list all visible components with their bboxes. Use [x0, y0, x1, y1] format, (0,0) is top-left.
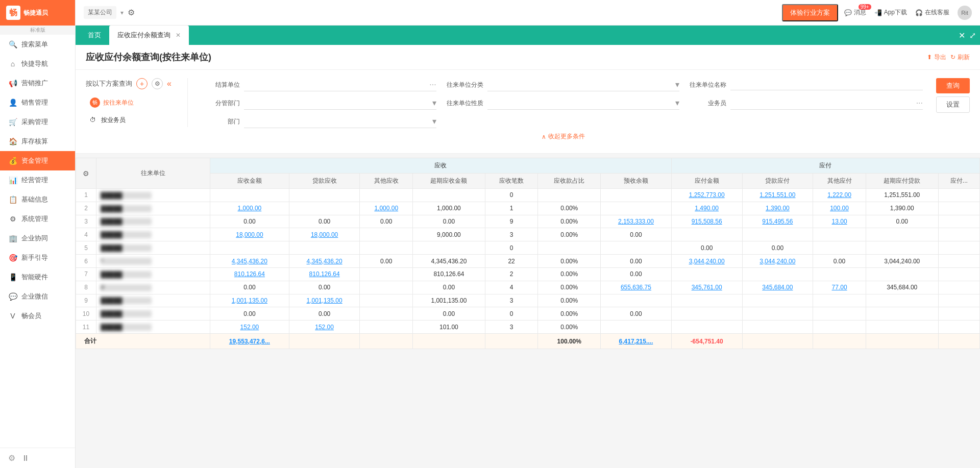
footer-ar-total[interactable]: 19,553,472,6... [210, 334, 289, 349]
refresh-button[interactable]: ↻ 刷新 [950, 53, 970, 62]
tab-close-icon[interactable]: ✕ [176, 32, 181, 39]
partner-cell: █████ [96, 294, 210, 307]
partner-cell: █████ [96, 189, 210, 202]
dept-input[interactable] [244, 100, 432, 107]
filter-collapse-button[interactable]: ∧ 收起更多条件 [198, 128, 928, 145]
salesman-input[interactable] [730, 100, 916, 107]
sidebar-item-wechat[interactable]: 💬 企业微信 [0, 287, 75, 306]
sidebar-item-system[interactable]: ⚙ 系统管理 [0, 209, 75, 229]
tab-minimize-icon[interactable]: ✕ [959, 31, 965, 40]
page-header: 应收应付余额查询(按往来单位) ⬆ 导出 ↻ 刷新 [76, 45, 980, 70]
partner-cell: ^ [96, 255, 210, 268]
filter-area: 按以下方案查询 + ⚙ « 畅 按往来单位 ⏱ 按业务员 [76, 70, 980, 154]
ar-loan-header: 贷款应收 [289, 174, 360, 189]
sidebar-logo: 畅 畅捷通贝 [0, 0, 75, 26]
topbar-gear-icon[interactable]: ⚙ [128, 8, 135, 17]
settlement-input[interactable] [244, 81, 429, 88]
partner-name-input[interactable] [730, 81, 923, 88]
filter-col-settlement: 结算单位 ··· [198, 78, 442, 91]
tab-home[interactable]: 首页 [80, 26, 109, 45]
operations-icon: 📊 [8, 176, 17, 185]
footer-prepay[interactable]: 6,417,215.... [601, 334, 672, 349]
sidebar-item-sales[interactable]: 👤 销售管理 [0, 93, 75, 112]
sidebar-item-guide[interactable]: 🎯 新手引导 [0, 248, 75, 267]
filter-collapse-icon[interactable]: « [167, 79, 172, 88]
settings-button[interactable]: 设置 [936, 96, 970, 113]
settlement-dots-icon[interactable]: ··· [429, 80, 436, 89]
page-actions: ⬆ 导出 ↻ 刷新 [927, 53, 970, 62]
partner-nature-arrow-icon[interactable]: ▾ [675, 98, 679, 108]
online-support-label: 在线客服 [925, 8, 949, 17]
export-icon: ⬆ [927, 54, 932, 61]
logo-text: 畅捷通贝 [23, 9, 48, 16]
promo-button[interactable]: 体验行业方案 [782, 4, 838, 21]
dept-arrow-icon[interactable]: ▾ [432, 98, 436, 108]
sidebar-item-smart-hw[interactable]: 📱 智能硬件 [0, 267, 75, 287]
sidebar: 畅 畅捷通贝 标准版 🔍 搜索菜单 ⌂ 快捷导航 📢 营销推广 👤 销售管理 🛒… [0, 0, 76, 468]
filter-col-empty-2 [684, 115, 928, 128]
partner-category-input[interactable] [487, 81, 676, 88]
sidebar-collapse-icon[interactable]: ⏸ [21, 454, 30, 463]
enterprise-icon: 🏢 [8, 234, 17, 243]
table-settings-icon[interactable]: ⚙ [83, 169, 89, 178]
partner-header: 往来单位 [96, 158, 210, 189]
sidebar-item-label: 企业微信 [21, 292, 48, 301]
department-input[interactable] [244, 118, 432, 125]
logo-icon: 畅 [6, 6, 20, 20]
partner-category-arrow-icon[interactable]: ▾ [675, 80, 679, 89]
sidebar-item-search-menu[interactable]: 🔍 搜索菜单 [0, 35, 75, 54]
app-download-label: App下载 [884, 8, 907, 17]
avatar[interactable]: Rit [958, 6, 972, 20]
footer-ar-count [485, 334, 538, 349]
chevron-up-icon: ∧ [542, 133, 546, 140]
footer-label: 合计 [76, 334, 210, 349]
filter-settings-icon[interactable]: ⚙ [152, 78, 163, 89]
marketing-icon: 📢 [8, 79, 17, 88]
sidebar-item-enterprise[interactable]: 🏢 企业协同 [0, 229, 75, 248]
company-name: 某某公司 [84, 6, 116, 19]
sidebar-item-label: 营销推广 [21, 79, 48, 88]
collapse-label: 收起更多条件 [548, 132, 585, 141]
footer-ap-other [813, 334, 866, 349]
partner-nature-input[interactable] [487, 100, 676, 107]
department-arrow-icon[interactable]: ▾ [432, 116, 436, 126]
query-button[interactable]: 查询 [936, 78, 970, 93]
sidebar-item-label: 快捷导航 [21, 59, 48, 68]
scheme-by-unit[interactable]: 畅 按往来单位 [86, 95, 177, 110]
tab-maximize-icon[interactable]: ⤢ [969, 31, 976, 40]
salesman-dots-icon[interactable]: ··· [916, 98, 923, 108]
messages-button[interactable]: 💬 消息 99+ [844, 8, 866, 17]
filter-col-partner-category: 往来单位分类 ▾ [442, 78, 685, 91]
table-row: 8P0.000.000.0040.00%655,636.75345,761.00… [76, 281, 980, 294]
sidebar-item-purchase[interactable]: 🛒 采购管理 [0, 112, 75, 132]
sidebar-item-basic-info[interactable]: 📋 基础信息 [0, 190, 75, 209]
sidebar-item-finance[interactable]: 💰 资金管理 [0, 151, 75, 170]
export-button[interactable]: ⬆ 导出 [927, 53, 946, 62]
footer-ar-loan [289, 334, 360, 349]
ap-amount-header: 应付金额 [671, 174, 742, 189]
footer-ap-loan [742, 334, 813, 349]
table-row: 10█████0.000.000.0000.00%0.00 [76, 307, 980, 321]
online-support-button[interactable]: 🎧 在线客服 [915, 8, 949, 17]
data-table: ⚙ 往来单位 应收 应付 应收金额 贷款应 [76, 158, 980, 349]
tab-ar-ap-query[interactable]: 应收应付余额查询 ✕ [109, 26, 189, 45]
search-menu-icon: 🔍 [8, 40, 17, 49]
prepay-header: 预收余额 [601, 174, 672, 189]
sidebar-item-vip[interactable]: V 畅会员 [0, 306, 75, 326]
table-row: 5█████00.000.00 [76, 241, 980, 255]
sidebar-item-label: 销售管理 [21, 98, 48, 107]
wechat-icon: 💬 [8, 292, 17, 301]
sidebar-settings-icon[interactable]: ⚙ [8, 453, 15, 463]
sidebar-item-inventory[interactable]: 🏠 库存核算 [0, 132, 75, 151]
app-download-button[interactable]: 📲 App下载 [874, 8, 907, 17]
partner-cell: █████ [96, 321, 210, 334]
scheme-by-staff[interactable]: ⏱ 按业务员 [86, 113, 177, 127]
partner-name-label: 往来单位名称 [690, 81, 726, 89]
filter-add-button[interactable]: + [136, 78, 148, 89]
sidebar-item-marketing[interactable]: 📢 营销推广 [0, 73, 75, 93]
partner-category-label: 往来单位分类 [447, 81, 483, 89]
sidebar-item-operations[interactable]: 📊 经营管理 [0, 170, 75, 190]
table-area: ⚙ 往来单位 应收 应付 应收金额 贷款应 [76, 158, 980, 349]
filter-form: 结算单位 ··· 往来单位分类 ▾ [198, 78, 928, 128]
sidebar-item-quick-nav[interactable]: ⌂ 快捷导航 [0, 54, 75, 73]
